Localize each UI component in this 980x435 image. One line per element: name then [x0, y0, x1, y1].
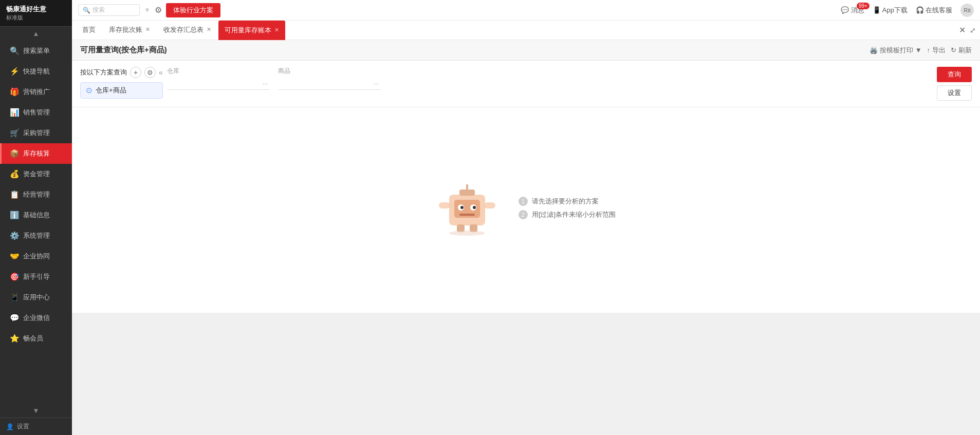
sidebar-label-6: 资金管理 — [23, 169, 50, 179]
scheme-label: 仓库+商品 — [96, 86, 126, 95]
close-all-tabs-btn[interactable]: ✕ — [959, 25, 966, 35]
tab-close-1[interactable]: ✕ — [145, 26, 150, 33]
empty-content: 1 请先选择要分析的方案 2 用[过滤]条件来缩小分析范围 — [436, 143, 616, 277]
phone-icon: 📱 — [873, 6, 881, 14]
tab-label-0: 首页 — [82, 25, 96, 34]
sidebar-icon-10: 🤝 — [10, 252, 19, 261]
refresh-icon: ↻ — [951, 46, 956, 54]
sidebar-label-11: 新手引导 — [23, 272, 50, 281]
sidebar-scroll-down[interactable]: ▼ — [0, 404, 72, 418]
print-btn[interactable]: 🖨️ 按模板打印 ▼ — [870, 46, 922, 55]
expand-tab-btn[interactable]: ⤢ — [970, 26, 976, 34]
filter-add-btn[interactable]: + — [130, 67, 141, 78]
sidebar-label-10: 企业协同 — [23, 252, 50, 261]
sidebar-item-13[interactable]: 💬企业微信 — [0, 308, 72, 328]
tab-label-3: 可用量库存账本 — [225, 26, 271, 35]
filter-scheme-option[interactable]: ⊙ 仓库+商品 — [80, 82, 163, 99]
step-1-text: 请先选择要分析的方案 — [532, 197, 599, 206]
sidebar-icon-4: 🛒 — [10, 128, 19, 138]
warehouse-input[interactable] — [169, 80, 261, 87]
sidebar-label-7: 经营管理 — [23, 190, 50, 199]
sidebar-icon-13: 💬 — [10, 313, 19, 323]
topbar-search[interactable]: 🔍 搜索 — [78, 4, 140, 16]
sidebar-icon-8: ℹ️ — [10, 211, 19, 220]
sidebar-icon-6: 💰 — [10, 169, 19, 179]
sidebar-label-4: 采购管理 — [23, 128, 50, 138]
filter-fields: 仓库 ··· 商品 ··· — [167, 67, 933, 90]
tabs-container: 首页库存批次账✕收发存汇总表✕可用量库存账本✕ — [76, 21, 958, 40]
settings-icon[interactable]: ⚙ — [155, 5, 162, 15]
sidebar-label-3: 销售管理 — [23, 108, 50, 117]
filter-collapse-btn[interactable]: « — [159, 68, 163, 77]
sidebar-item-1[interactable]: ⚡快捷导航 — [0, 61, 72, 82]
product-more-btn[interactable]: ··· — [374, 80, 379, 87]
sidebar-item-8[interactable]: ℹ️基础信息 — [0, 205, 72, 225]
product-input-container[interactable]: ··· — [278, 78, 381, 90]
export-btn[interactable]: ↑ 导出 — [927, 46, 946, 55]
sidebar-label-12: 应用中心 — [23, 293, 50, 302]
topbar-right: 💬 消息 99+ 📱 App下载 🎧 在线客服 Rit — [841, 4, 974, 17]
filter-actions: 查询 设置 — [937, 67, 972, 101]
sidebar-scroll-up[interactable]: ▲ — [0, 27, 72, 41]
sidebar-item-3[interactable]: 📊销售管理 — [0, 102, 72, 123]
product-input[interactable] — [280, 80, 372, 87]
settings-btn[interactable]: 设置 — [937, 85, 972, 101]
message-btn[interactable]: 💬 消息 99+ — [841, 6, 864, 15]
sidebar-icon-11: 🎯 — [10, 272, 19, 281]
sidebar-item-14[interactable]: ⭐畅会员 — [0, 328, 72, 349]
sidebar-item-4[interactable]: 🛒采购管理 — [0, 123, 72, 143]
filter-field-product: 商品 ··· — [278, 67, 381, 90]
sidebar-item-10[interactable]: 🤝企业协同 — [0, 246, 72, 267]
tab-0[interactable]: 首页 — [76, 21, 102, 40]
warehouse-more-btn[interactable]: ··· — [263, 80, 268, 87]
refresh-btn[interactable]: ↻ 刷新 — [951, 46, 972, 55]
sidebar-item-0[interactable]: 🔍搜索菜单 — [0, 41, 72, 61]
empty-step-1: 1 请先选择要分析的方案 — [519, 197, 616, 206]
sidebar-item-7[interactable]: 📋经营管理 — [0, 184, 72, 205]
app-download-btn[interactable]: 📱 App下载 — [873, 6, 908, 15]
sidebar-item-2[interactable]: 🎁营销推广 — [0, 82, 72, 102]
sidebar-item-12[interactable]: 📱应用中心 — [0, 287, 72, 308]
sidebar-label-0: 搜索菜单 — [23, 46, 50, 55]
svg-rect-9 — [439, 202, 450, 209]
svg-rect-6 — [459, 214, 475, 216]
step-num-2: 2 — [519, 210, 528, 219]
step-2-text: 用[过滤]条件来缩小分析范围 — [532, 210, 616, 219]
filter-label-row: 按以下方案查询 + ⚙ « — [80, 67, 163, 78]
main-content: 🔍 搜索 ▼ ⚙ 体验行业方案 💬 消息 99+ 📱 App下载 🎧 在线客服 … — [72, 0, 980, 435]
trial-btn[interactable]: 体验行业方案 — [166, 3, 220, 17]
search-icon: 🔍 — [83, 7, 90, 14]
sidebar-nav: 🔍搜索菜单⚡快捷导航🎁营销推广📊销售管理🛒采购管理📦库存核算💰资金管理📋经营管理… — [0, 41, 72, 404]
tab-2[interactable]: 收发存汇总表✕ — [157, 21, 217, 40]
tab-close-3[interactable]: ✕ — [274, 27, 279, 33]
sidebar-icon-14: ⭐ — [10, 334, 19, 343]
content-area: 可用量查询(按仓库+商品) 🖨️ 按模板打印 ▼ ↑ 导出 ↻ 刷新 — [72, 40, 980, 435]
sidebar-label-1: 快捷导航 — [23, 67, 50, 76]
filter-section-label: 按以下方案查询 — [80, 68, 127, 77]
warehouse-input-container[interactable]: ··· — [167, 78, 270, 90]
svg-rect-10 — [484, 202, 495, 209]
product-label: 商品 — [278, 67, 381, 75]
tabs-actions: ✕ ⤢ — [959, 25, 976, 35]
user-avatar[interactable]: Rit — [960, 4, 974, 17]
headphone-icon: 🎧 — [916, 6, 924, 14]
sidebar-icon-3: 📊 — [10, 108, 19, 117]
tab-3[interactable]: 可用量库存账本✕ — [218, 21, 285, 40]
sidebar-item-9[interactable]: ⚙️系统管理 — [0, 225, 72, 246]
sidebar-item-6[interactable]: 💰资金管理 — [0, 164, 72, 184]
filter-scheme-settings-btn[interactable]: ⚙ — [144, 67, 156, 78]
sidebar-item-11[interactable]: 🎯新手引导 — [0, 267, 72, 287]
sidebar-icon-9: ⚙️ — [10, 231, 19, 240]
svg-point-5 — [473, 206, 476, 209]
sidebar-icon-12: 📱 — [10, 293, 19, 302]
user-name: Rit — [964, 7, 970, 13]
message-icon: 💬 — [841, 6, 849, 14]
warehouse-label: 仓库 — [167, 67, 270, 75]
sidebar-bottom-action[interactable]: 👤设置 — [0, 418, 72, 435]
online-service-btn[interactable]: 🎧 在线客服 — [916, 6, 952, 15]
tab-1[interactable]: 库存批次账✕ — [103, 21, 156, 40]
filter-field-warehouse: 仓库 ··· — [167, 67, 270, 90]
tab-close-2[interactable]: ✕ — [207, 26, 211, 33]
sidebar-item-5[interactable]: 📦库存核算 — [0, 143, 72, 164]
query-btn[interactable]: 查询 — [937, 67, 972, 82]
